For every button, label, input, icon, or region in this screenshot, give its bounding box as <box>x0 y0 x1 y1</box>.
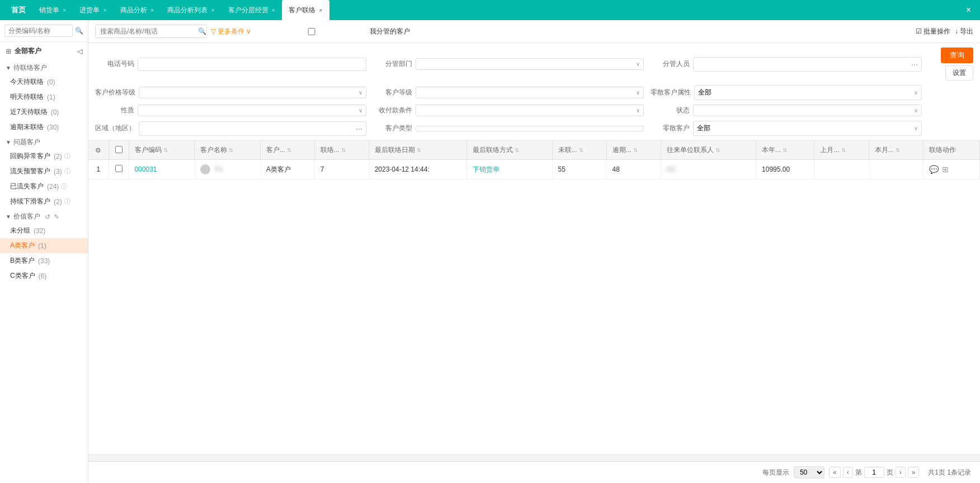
sort-name-icon[interactable]: ⇅ <box>229 147 233 153</box>
collapse-sidebar-icon[interactable]: ◁ <box>77 48 82 55</box>
filter-cell-nature: 性质 ∨ <box>95 105 373 116</box>
sidebar-group-problem[interactable]: ▼ 问题客户 <box>0 135 88 149</box>
row-last-date: 2023-04-12 14:44: <box>369 160 467 179</box>
sort-contacts-person-icon[interactable]: ⇅ <box>715 147 720 153</box>
sidebar-all-customers[interactable]: ⊞ 全部客户 ◁ <box>0 42 88 60</box>
sort-overdue-icon[interactable]: ⇅ <box>633 147 638 153</box>
col-settings[interactable]: ⚙ <box>88 141 109 160</box>
my-customer-checkbox[interactable] <box>256 28 368 35</box>
sidebar-item-declining[interactable]: 持续下滑客户 (2) ⓘ <box>0 194 88 209</box>
close-customer-segment-icon[interactable]: × <box>272 7 275 13</box>
sidebar-group-value[interactable]: ▼ 价值客户 ↺ ✎ <box>0 209 88 223</box>
nav-home[interactable]: 首页 <box>4 0 32 20</box>
first-page-button[interactable]: « <box>829 467 841 478</box>
sidebar-item-tomorrow[interactable]: 明天待联络 (1) <box>0 89 88 105</box>
retail-dropdown[interactable]: 全部 ∨ <box>693 121 922 136</box>
customer-code-link[interactable]: 000031 <box>135 165 157 173</box>
dept-dropdown[interactable]: ∨ <box>416 58 644 70</box>
row-this-month <box>869 160 923 179</box>
close-product-analysis-icon[interactable]: × <box>150 7 154 13</box>
sort-code-icon[interactable]: ⇅ <box>163 147 168 153</box>
sidebar: 🔍 ⊞ 全部客户 ◁ ▼ 待联络客户 今天待联络 (0) 明天待联络 (1) 近… <box>0 20 88 483</box>
sidebar-item-churn-warning[interactable]: 流失预警客户 (3) ⓘ <box>0 164 88 179</box>
filter-row-2: 客户价格等级 ∨ 客户等级 ∨ 零散客户属性 全部 <box>95 85 973 100</box>
row-select-checkbox[interactable] <box>115 165 123 172</box>
query-button[interactable]: 查询 <box>941 48 973 63</box>
page-number-input[interactable] <box>864 467 884 478</box>
sidebar-item-class-a[interactable]: A类客户 (1) <box>0 238 88 253</box>
sort-no-contact-icon[interactable]: ⇅ <box>579 147 583 153</box>
close-customer-contact-icon[interactable]: × <box>319 7 322 13</box>
sidebar-group-pending[interactable]: ▼ 待联络客户 <box>0 60 88 74</box>
dept-label: 分管部门 <box>373 59 412 69</box>
horizontal-scrollbar[interactable] <box>88 454 980 461</box>
nav-customer-contact[interactable]: 客户联络 × <box>282 0 329 20</box>
sort-contact-icon[interactable]: ⇅ <box>341 147 346 153</box>
phone-input[interactable] <box>138 58 366 71</box>
export-button[interactable]: ↓ 导出 <box>955 27 973 36</box>
page-size-select[interactable]: 10 20 50 100 <box>794 466 824 479</box>
refresh-icon[interactable]: ↺ <box>45 213 50 221</box>
sort-last-method-icon[interactable]: ⇅ <box>515 147 519 153</box>
sidebar-item-overdue[interactable]: 逾期未联络 (30) <box>0 120 88 135</box>
row-name: Ea <box>195 160 261 179</box>
close-purchase-icon[interactable]: × <box>103 7 106 13</box>
problem-group-label: 问题客户 <box>13 138 40 147</box>
close-sales-icon[interactable]: × <box>63 7 66 13</box>
window-close-button[interactable]: × <box>962 5 976 15</box>
sidebar-item-repurchase-abnormal[interactable]: 回购异常客户 (2) ⓘ <box>0 149 88 164</box>
more-region-icon[interactable]: ··· <box>356 124 362 133</box>
customer-grade-dropdown[interactable]: ∨ <box>416 87 644 98</box>
sidebar-search-input[interactable] <box>4 25 73 37</box>
region-dropdown[interactable]: ··· <box>139 121 366 136</box>
sort-type-icon[interactable]: ⇅ <box>287 147 291 153</box>
more-manager-icon[interactable]: ··· <box>911 60 918 69</box>
sidebar-item-unclassified[interactable]: 未分组 (32) <box>0 223 88 238</box>
customer-type-dropdown[interactable] <box>416 126 644 131</box>
search-input[interactable] <box>95 25 207 38</box>
settings-button[interactable]: 设置 <box>945 65 973 80</box>
more-filter-button[interactable]: ▽ 更多条件 ∨ <box>211 27 251 36</box>
filter-cell-status: 状态 ∨ <box>651 105 929 116</box>
nav-product-analysis[interactable]: 商品分析 × <box>114 0 161 20</box>
sidebar-item-class-c[interactable]: C类客户 (6) <box>0 268 88 283</box>
batch-operation-button[interactable]: ☑ 批量操作 <box>916 27 950 36</box>
nav-purchase[interactable]: 进货单 × <box>73 0 113 20</box>
nav-customer-segment[interactable]: 客户分层经营 × <box>222 0 282 20</box>
sort-last-month-icon[interactable]: ⇅ <box>841 147 846 153</box>
row-checkbox[interactable] <box>109 160 129 179</box>
row-type: A类客户 <box>260 160 314 179</box>
price-grade-dropdown[interactable]: ∨ <box>139 87 366 98</box>
retail-attr-dropdown[interactable]: 全部 ∨ <box>694 85 922 100</box>
last-page-button[interactable]: » <box>908 467 920 478</box>
sort-last-date-icon[interactable]: ⇅ <box>417 147 421 153</box>
sidebar-item-today[interactable]: 今天待联络 (0) <box>0 74 88 89</box>
page-navigation: « ‹ 第 页 › » <box>829 467 919 478</box>
select-all-checkbox[interactable] <box>115 146 123 153</box>
qr-icon[interactable]: ⊞ <box>942 165 949 174</box>
sidebar-item-class-b[interactable]: B类客户 (33) <box>0 253 88 268</box>
last-method-link[interactable]: 下销货单 <box>473 165 500 173</box>
payment-dropdown[interactable]: ∨ <box>416 105 644 116</box>
arrow-down-icon-2: ▼ <box>6 139 11 145</box>
sort-this-year-icon[interactable]: ⇅ <box>783 147 787 153</box>
nav-product-analysis-list[interactable]: 商品分析列表 × <box>161 0 221 20</box>
message-icon[interactable]: 💬 <box>929 165 939 174</box>
filter-cell-retail-attr: 零散客户属性 全部 ∨ <box>651 85 929 100</box>
manager-dropdown[interactable]: ··· <box>693 57 922 72</box>
nav-sales[interactable]: 销货单 × <box>32 0 73 20</box>
settings-icon[interactable]: ⚙ <box>95 146 101 154</box>
col-checkbox[interactable] <box>109 141 129 160</box>
search-icon[interactable]: 🔍 <box>198 27 206 35</box>
next-page-button[interactable]: › <box>896 467 906 478</box>
edit-icon[interactable]: ✎ <box>54 213 59 221</box>
prev-page-button[interactable]: ‹ <box>843 467 853 478</box>
sidebar-search-icon[interactable]: 🔍 <box>75 27 83 35</box>
sort-this-month-icon[interactable]: ⇅ <box>896 147 900 153</box>
nature-dropdown[interactable]: ∨ <box>138 105 366 116</box>
status-dropdown[interactable]: ∨ <box>693 105 922 116</box>
advanced-filters: 电话号码 分管部门 ∨ 分管人员 ··· <box>88 43 980 141</box>
sidebar-item-churned[interactable]: 已流失客户 (24) ⓘ <box>0 179 88 194</box>
close-product-list-icon[interactable]: × <box>211 7 214 13</box>
sidebar-item-7days[interactable]: 近7天待联络 (0) <box>0 105 88 120</box>
